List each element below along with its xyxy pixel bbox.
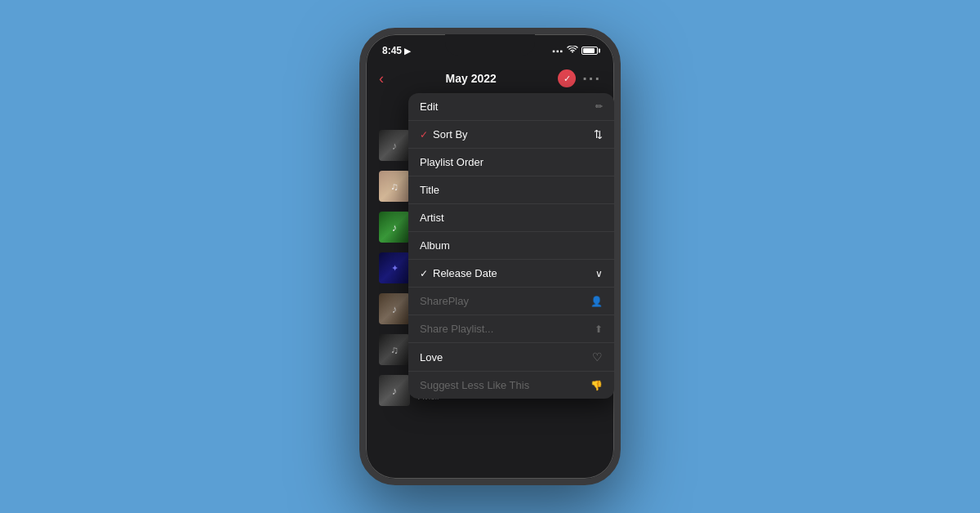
page-title: May 2022: [446, 72, 497, 85]
back-button[interactable]: ‹: [379, 70, 384, 87]
release-date-label: Release Date: [433, 267, 595, 279]
signal-icon: ▪▪▪: [552, 47, 564, 56]
suggest-less-label: Suggest Less Like This: [420, 379, 590, 391]
status-time: 8:45 ▶: [382, 45, 411, 56]
check-button[interactable]: ✓: [558, 69, 576, 87]
menu-item-playlist-order[interactable]: Playlist Order: [408, 149, 614, 176]
album-label: Album: [420, 239, 603, 252]
wifi-icon: [567, 46, 578, 56]
album-art: ✦: [379, 252, 410, 283]
artist-label: Artist: [420, 212, 603, 224]
location-icon: ▶: [404, 47, 411, 56]
album-art: ♪: [379, 212, 410, 243]
phone-frame: 8:45 ▶ ▪▪▪ ‹ May 2022 ✓ ···: [359, 28, 621, 485]
heart-icon: ♡: [592, 350, 603, 364]
edit-label: Edit: [420, 100, 595, 113]
menu-item-release-date[interactable]: ✓ Release Date ∨: [408, 260, 614, 288]
menu-item-title[interactable]: Title: [408, 176, 614, 204]
album-art: ♪: [379, 293, 410, 324]
sort-check-icon: ✓: [420, 129, 428, 141]
check-icon: ✓: [564, 74, 571, 84]
battery-icon: [581, 47, 598, 55]
thumbs-down-icon: 👎: [590, 380, 603, 391]
album-art: ♪: [379, 375, 410, 406]
playlist-order-label: Playlist Order: [420, 156, 603, 168]
edit-icon: ✏: [595, 101, 603, 112]
status-icons: ▪▪▪: [552, 46, 598, 56]
shareplay-icon: 👤: [590, 296, 603, 307]
love-label: Love: [420, 351, 592, 364]
menu-item-album[interactable]: Album: [408, 232, 614, 260]
release-date-check-icon: ✓: [420, 268, 428, 279]
menu-item-love[interactable]: Love ♡: [408, 343, 614, 372]
sort-by-label: Sort By: [433, 128, 468, 141]
album-art: ♪: [379, 130, 410, 161]
share-playlist-label: Share Playlist...: [420, 323, 595, 335]
more-button[interactable]: ···: [582, 69, 601, 88]
album-art: ♫: [379, 334, 410, 365]
album-art: ♫: [379, 171, 410, 202]
sort-icon: ⇅: [594, 128, 603, 141]
nav-bar: ‹ May 2022 ✓ ···: [366, 64, 614, 93]
shareplay-label: SharePlay: [420, 295, 590, 307]
phone-notch: [445, 34, 535, 56]
title-label: Title: [420, 184, 603, 196]
menu-item-artist[interactable]: Artist: [408, 204, 614, 232]
nav-actions: ✓ ···: [558, 69, 601, 88]
menu-item-sort-by[interactable]: ✓ Sort By ⇅: [408, 121, 614, 149]
chevron-down-icon: ∨: [595, 268, 603, 279]
menu-item-suggest-less[interactable]: Suggest Less Like This 👎: [408, 372, 614, 399]
menu-item-share-playlist[interactable]: Share Playlist... ⬆: [408, 315, 614, 343]
menu-item-shareplay[interactable]: SharePlay 👤: [408, 288, 614, 315]
dropdown-menu: Edit ✏ ✓ Sort By ⇅ Playlist Order Title …: [408, 93, 614, 399]
share-icon: ⬆: [595, 323, 603, 335]
menu-item-edit[interactable]: Edit ✏: [408, 93, 614, 121]
